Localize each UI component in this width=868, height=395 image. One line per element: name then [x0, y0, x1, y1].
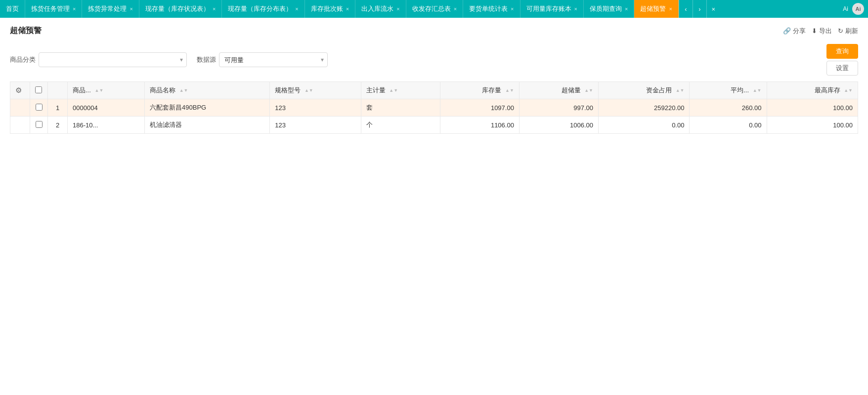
- nav-tab-9-close[interactable]: ×: [574, 6, 577, 12]
- sort-icon-name: ▲▼: [179, 88, 188, 93]
- nav-tab-5[interactable]: 库存批次账 ×: [305, 0, 355, 18]
- th-spec-label: 规格型号: [275, 86, 301, 94]
- nav-tab-6[interactable]: 出入库流水 ×: [355, 0, 406, 18]
- row-checkbox-cell[interactable]: [30, 117, 48, 134]
- filter-row: 商品分类 数据源 可用量 库存量 查询 设置: [10, 44, 858, 76]
- row-capital-1: 0.00: [599, 117, 690, 134]
- th-spec[interactable]: 规格型号 ▲▼: [270, 82, 361, 99]
- row-product-code-0: 0000004: [68, 99, 145, 117]
- th-avg[interactable]: 平均... ▲▼: [690, 82, 767, 99]
- table-header: ⚙ 商品... ▲▼ 商品名称 ▲▼ 规格型号 ▲▼: [10, 82, 858, 99]
- nav-tab-active-label: 超储预警: [640, 4, 666, 13]
- nav-tab-2-label: 拣货异常处理: [88, 4, 127, 13]
- row-gear-cell: [10, 99, 30, 117]
- nav-tab-active[interactable]: 超储预警 ×: [634, 0, 678, 18]
- th-product-name-label: 商品名称: [150, 86, 175, 94]
- nav-tab-8-label: 要货单统计表: [469, 4, 508, 13]
- row-overstock-0: 997.00: [519, 99, 598, 117]
- th-index: [48, 82, 68, 99]
- nav-tab-4-label: 现存量（库存分布表）: [228, 4, 292, 13]
- row-max-stock-0: 100.00: [767, 99, 858, 117]
- th-unit[interactable]: 主计量 ▲▼: [361, 82, 440, 99]
- table-row: 1 0000004 六配套新昌490BPG 123 套 1097.00 997.…: [10, 99, 858, 117]
- nav-tab-9-label: 可用量库存账本: [526, 4, 571, 13]
- row-index-1: 2: [48, 117, 68, 134]
- th-product-code[interactable]: 商品... ▲▼: [68, 82, 145, 99]
- top-right-area: Ai Ai: [843, 3, 868, 15]
- row-checkbox-0[interactable]: [36, 104, 43, 111]
- refresh-button[interactable]: ↻ 刷新: [838, 27, 858, 36]
- row-max-stock-1: 100.00: [767, 117, 858, 134]
- select-all-checkbox[interactable]: [35, 86, 42, 93]
- nav-tab-10-label: 保质期查询: [590, 4, 622, 13]
- row-overstock-1: 1006.00: [519, 117, 598, 134]
- export-button[interactable]: ⬇ 导出: [812, 27, 832, 36]
- nav-tab-active-close[interactable]: ×: [669, 6, 672, 12]
- th-max-stock-label: 最高库存: [815, 86, 840, 94]
- nav-tab-10-close[interactable]: ×: [625, 6, 628, 12]
- nav-tab-1-close[interactable]: ×: [73, 6, 76, 12]
- top-nav: 首页 拣货任务管理 × 拣货异常处理 × 现存量（库存状况表） × 现存量（库存…: [0, 0, 868, 18]
- data-table: ⚙ 商品... ▲▼ 商品名称 ▲▼ 规格型号 ▲▼: [10, 81, 858, 134]
- nav-tab-3-label: 现存量（库存状况表）: [145, 4, 210, 13]
- row-index-0: 1: [48, 99, 68, 117]
- nav-tab-4[interactable]: 现存量（库存分布表） ×: [222, 0, 304, 18]
- gear-icon[interactable]: ⚙: [15, 86, 22, 94]
- th-capital-label: 资金占用: [646, 86, 672, 94]
- row-product-name-1: 机油滤清器: [145, 117, 270, 134]
- nav-tab-8[interactable]: 要货单统计表 ×: [463, 0, 520, 18]
- avatar[interactable]: Ai: [852, 3, 864, 15]
- page-header: 超储预警 🔗 分享 ⬇ 导出 ↻ 刷新: [10, 26, 858, 36]
- nav-arrow-right[interactable]: ›: [693, 0, 706, 18]
- share-button[interactable]: 🔗 分享: [783, 27, 806, 36]
- row-unit-0: 套: [361, 99, 440, 117]
- th-stock[interactable]: 库存量 ▲▼: [440, 82, 519, 99]
- nav-tab-6-label: 出入库流水: [361, 4, 393, 13]
- nav-tab-9[interactable]: 可用量库存账本 ×: [521, 0, 584, 18]
- row-avg-0: 260.00: [690, 99, 767, 117]
- nav-arrow-left[interactable]: ‹: [679, 0, 693, 18]
- datasource-filter: 数据源 可用量 库存量: [197, 52, 328, 67]
- nav-tab-3-close[interactable]: ×: [213, 6, 216, 12]
- row-avg-1: 0.00: [690, 117, 767, 134]
- settings-button[interactable]: 设置: [826, 61, 858, 76]
- nav-tab-2[interactable]: 拣货异常处理 ×: [82, 0, 139, 18]
- datasource-select[interactable]: 可用量 库存量: [219, 52, 328, 67]
- category-filter: 商品分类: [10, 52, 187, 67]
- row-checkbox-cell[interactable]: [30, 99, 48, 117]
- export-icon: ⬇: [812, 27, 817, 35]
- category-select[interactable]: [39, 52, 187, 67]
- nav-tab-1[interactable]: 拣货任务管理 ×: [25, 0, 82, 18]
- th-unit-label: 主计量: [366, 86, 386, 94]
- nav-tab-8-close[interactable]: ×: [511, 6, 514, 12]
- nav-tab-5-close[interactable]: ×: [346, 6, 349, 12]
- category-select-wrapper: [39, 52, 187, 67]
- row-checkbox-1[interactable]: [36, 121, 43, 128]
- nav-tab-7-label: 收发存汇总表: [412, 4, 451, 13]
- datasource-select-wrapper: 可用量 库存量: [219, 52, 328, 67]
- th-gear[interactable]: ⚙: [10, 82, 30, 99]
- nav-tab-7[interactable]: 收发存汇总表 ×: [406, 0, 463, 18]
- nav-arrow-close[interactable]: ×: [706, 0, 720, 18]
- th-product-name[interactable]: 商品名称 ▲▼: [145, 82, 270, 99]
- page-title: 超储预警: [10, 26, 42, 36]
- th-overstock[interactable]: 超储量 ▲▼: [519, 82, 598, 99]
- table-body: 1 0000004 六配套新昌490BPG 123 套 1097.00 997.…: [10, 99, 858, 134]
- nav-tab-7-close[interactable]: ×: [454, 6, 457, 12]
- row-stock-1: 1106.00: [440, 117, 519, 134]
- nav-tab-home[interactable]: 首页: [0, 0, 25, 18]
- nav-tab-6-close[interactable]: ×: [396, 6, 399, 12]
- nav-tab-2-close[interactable]: ×: [130, 6, 132, 12]
- query-button[interactable]: 查询: [826, 44, 858, 59]
- th-checkbox[interactable]: [30, 82, 48, 99]
- refresh-label: 刷新: [845, 27, 858, 36]
- nav-tab-4-close[interactable]: ×: [295, 6, 298, 12]
- share-icon: 🔗: [783, 27, 791, 35]
- th-stock-label: 库存量: [482, 86, 501, 94]
- nav-tab-10[interactable]: 保质期查询 ×: [584, 0, 634, 18]
- header-actions: 🔗 分享 ⬇ 导出 ↻ 刷新: [783, 27, 858, 36]
- th-capital[interactable]: 资金占用 ▲▼: [599, 82, 690, 99]
- th-max-stock[interactable]: 最高库存 ▲▼: [767, 82, 858, 99]
- category-label: 商品分类: [10, 55, 36, 64]
- nav-tab-3[interactable]: 现存量（库存状况表） ×: [139, 0, 222, 18]
